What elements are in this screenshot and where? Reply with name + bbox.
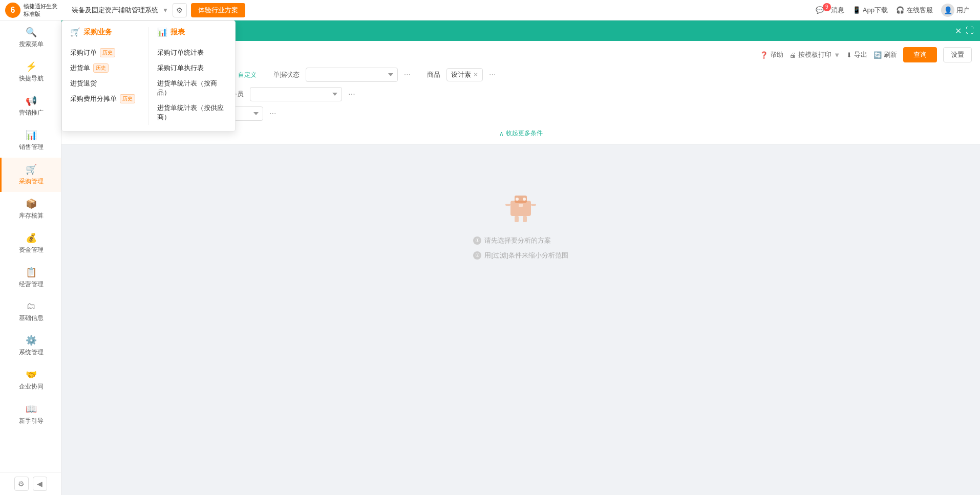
search-icon: 🔍 (26, 27, 37, 38)
sidebar-label-nav: 快捷导航 (19, 74, 44, 83)
empty-illustration (500, 185, 541, 226)
settings-icon[interactable]: ⚙ (173, 3, 187, 17)
customer-more-icon[interactable]: ··· (269, 109, 276, 118)
collapse-button[interactable]: ∧ 收起更多条件 (499, 129, 543, 138)
query-button[interactable]: 查询 (903, 47, 937, 62)
sidebar-label-finance: 资金管理 (19, 246, 44, 254)
messages-button[interactable]: 💬 9 消息 (816, 6, 844, 15)
help-icon: ❓ (760, 51, 768, 59)
purchase-col-icon: 🛒 (70, 27, 80, 37)
history-badge-3: 历史 (120, 94, 135, 103)
tab-maximize-icon[interactable]: ⛶ (966, 26, 974, 35)
dropdown-columns: 🛒 采购业务 采购订单 历史 进货单 历史 进货退货 采购费用分摊单 历史 📊 (62, 27, 235, 125)
dropdown-item-goods-receipt[interactable]: 进货单 历史 (70, 60, 140, 76)
goods-more-icon[interactable]: ··· (489, 70, 496, 79)
refresh-icon: 🔄 (874, 51, 882, 59)
svg-rect-7 (515, 216, 519, 222)
purchase-dropdown-menu: 🛒 采购业务 采购订单 历史 进货单 历史 进货退货 采购费用分摊单 历史 📊 (61, 20, 236, 132)
dropdown-item-receipt-by-goods[interactable]: 进货单统计表（按商品） (157, 76, 227, 100)
headset-icon: 🎧 (896, 6, 904, 14)
svg-point-2 (516, 198, 519, 201)
industry-button[interactable]: 体验行业方案 (191, 3, 245, 17)
finance-icon: 💰 (26, 232, 37, 244)
sidebar-item-inventory[interactable]: 📦 库存核算 (0, 192, 61, 226)
collapse-up-icon: ∧ (499, 130, 504, 137)
sidebar-label-marketing: 营销推广 (19, 109, 44, 117)
print-arrow-icon: ▼ (834, 51, 840, 59)
svg-rect-0 (510, 201, 531, 216)
sidebar-label-guide: 新手引导 (19, 417, 44, 425)
goods-tag-close-icon[interactable]: ✕ (473, 71, 478, 78)
logo-icon: 6 (5, 3, 20, 18)
dropdown-item-purchase-expense[interactable]: 采购费用分摊单 历史 (70, 91, 140, 106)
order-status-select[interactable] (306, 68, 398, 82)
sidebar: 🔍 搜索菜单 ⚡ 快捷导航 📢 营销推广 📊 销售管理 🛒 采购管理 📦 库存核… (0, 20, 61, 495)
sidebar-label-inventory: 库存核算 (19, 211, 44, 220)
sidebar-settings-button[interactable]: ⚙ (14, 477, 29, 491)
report-col-icon: 📊 (157, 27, 167, 37)
basic-icon: 🗂 (27, 301, 36, 312)
nav-icon: ⚡ (26, 61, 37, 72)
purchase-icon: 🛒 (26, 164, 37, 175)
logo-text: 畅捷通好生意 标准版 (24, 3, 57, 17)
sidebar-label-operations: 经营管理 (19, 280, 44, 289)
system-icon: ⚙️ (26, 335, 37, 346)
dropdown-item-po-execution[interactable]: 采购订单执行表 (157, 60, 227, 76)
user-menu-button[interactable]: 👤 用户 (941, 4, 970, 17)
report-col-title: 📊 报表 (157, 27, 227, 40)
sidebar-item-guide[interactable]: 📖 新手引导 (0, 397, 61, 432)
messages-badge: 9 (823, 3, 831, 11)
sidebar-item-cooperation[interactable]: 🤝 企业协同 (0, 363, 61, 397)
online-service-button[interactable]: 🎧 在线客服 (896, 6, 933, 15)
shortcut-custom[interactable]: 自定义 (238, 71, 257, 79)
sidebar-item-nav[interactable]: ⚡ 快捷导航 (0, 55, 61, 89)
top-bar: 6 畅捷通好生意 标准版 装备及固定资产辅助管理系统 ▼ ⚙ 体验行业方案 💬 … (0, 0, 980, 20)
dropdown-item-po-stats[interactable]: 采购订单统计表 (157, 45, 227, 60)
phone-icon: 📱 (853, 6, 861, 14)
dropdown-item-goods-return[interactable]: 进货退货 (70, 76, 140, 91)
export-icon: ⬇ (846, 51, 852, 59)
sidebar-item-search[interactable]: 🔍 搜索菜单 (0, 20, 61, 55)
sidebar-item-basic[interactable]: 🗂 基础信息 (0, 295, 61, 329)
sidebar-item-finance[interactable]: 💰 资金管理 (0, 226, 61, 261)
salesman-more-icon[interactable]: ··· (348, 90, 355, 99)
sales-icon: 📊 (26, 130, 37, 141)
sidebar-item-purchase[interactable]: 🛒 采购管理 (0, 158, 61, 192)
dropdown-item-purchase-order[interactable]: 采购订单 历史 (70, 45, 140, 60)
inventory-icon: 📦 (26, 198, 37, 209)
system-dropdown-arrow[interactable]: ▼ (162, 7, 168, 14)
svg-rect-8 (523, 216, 527, 222)
sidebar-label-sales: 销售管理 (19, 143, 44, 152)
goods-tag: 设计素 ✕ (446, 68, 483, 81)
tab-bar-actions: ✕ ⛶ (955, 26, 980, 36)
history-badge-1: 历史 (100, 48, 115, 57)
sidebar-item-system[interactable]: ⚙️ 系统管理 (0, 329, 61, 363)
tab-close-window-icon[interactable]: ✕ (955, 26, 962, 36)
sidebar-label-purchase: 采购管理 (19, 177, 44, 186)
export-button[interactable]: ⬇ 导出 (846, 50, 867, 59)
app-download-button[interactable]: 📱 App下载 (853, 6, 888, 15)
settings-button[interactable]: 设置 (943, 47, 972, 62)
print-button[interactable]: 🖨 按模板打印 ▼ (790, 50, 840, 59)
avatar: 👤 (941, 4, 954, 17)
help-button[interactable]: ❓ 帮助 (760, 50, 783, 59)
history-badge-2: 历史 (93, 63, 109, 73)
logo: 6 畅捷通好生意 标准版 (5, 3, 67, 18)
purchase-col-title: 🛒 采购业务 (70, 27, 140, 40)
sidebar-item-operations[interactable]: 📋 经营管理 (0, 261, 61, 295)
print-icon: 🖨 (790, 51, 796, 59)
sidebar-item-sales[interactable]: 📊 销售管理 (0, 123, 61, 158)
order-status-more-icon[interactable]: ··· (404, 70, 411, 79)
guide-icon: 📖 (26, 403, 37, 415)
refresh-button[interactable]: 🔄 刷新 (874, 50, 897, 59)
dropdown-report-col: 📊 报表 采购订单统计表 采购订单执行表 进货单统计表（按商品） 进货单统计表（… (148, 27, 236, 125)
dropdown-item-receipt-by-supplier[interactable]: 进货单统计表（按供应商） (157, 100, 227, 125)
sidebar-label-search: 搜索菜单 (19, 40, 44, 49)
order-status-label: 单据状态 (273, 70, 300, 79)
sidebar-label-cooperation: 企业协同 (19, 382, 44, 391)
salesman-select[interactable] (250, 87, 342, 101)
empty-tips: ① 请先选择要分析的方案 ② 用[过滤]条件来缩小分析范围 (473, 234, 568, 262)
sidebar-label-basic: 基础信息 (19, 314, 44, 322)
sidebar-collapse-button[interactable]: ◀ (33, 477, 47, 491)
sidebar-item-marketing[interactable]: 📢 营销推广 (0, 89, 61, 123)
